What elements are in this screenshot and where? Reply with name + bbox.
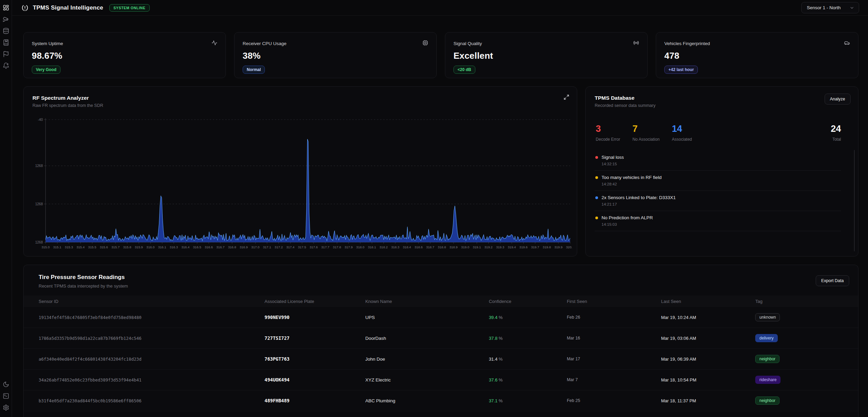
stat-label: System Uptime (32, 41, 63, 46)
stat-card-top: Receiver CPU Usage (243, 40, 428, 47)
spectrum-subtitle: Raw FR spectrum data from the SDR (32, 103, 568, 108)
cell-tag: neighbor (755, 355, 851, 363)
stat-badge: Normal (243, 66, 265, 74)
confidence-value: 37.1 (489, 398, 497, 403)
svg-text:317.5: 317.5 (298, 245, 306, 249)
spectrum-title: RF Spectrum Analyzer (32, 95, 568, 101)
svg-text:316.1: 316.1 (158, 245, 166, 249)
database-panel: TPMS Database Recorded sensor data summa… (585, 86, 858, 256)
db-total-value: 24 (831, 124, 841, 134)
db-stat-label: Associated (672, 137, 692, 142)
sidebar-item-moon[interactable] (2, 381, 9, 388)
cell-tag: unknown (755, 313, 851, 321)
dashboard-grid-icon (3, 4, 9, 12)
expand-button[interactable] (564, 94, 569, 101)
event-item[interactable]: No Prediction from ALPR14:15:03 (595, 211, 841, 231)
cell-last-seen: Mar 18, 11:37 PM (661, 398, 756, 403)
svg-text:1268: 1268 (35, 164, 43, 168)
svg-text:-40: -40 (38, 118, 43, 122)
svg-text:317.8: 317.8 (333, 245, 341, 249)
table-header: Tire Pressure Sensor Readings Recent TPM… (24, 265, 858, 295)
bell-plus-icon (3, 62, 9, 70)
table-row[interactable]: b31f4e05df7a230ad844f5bc0b19586e6ff86506… (24, 390, 858, 411)
cell-tag: rideshare (755, 376, 851, 384)
db-stat: 14Associated (672, 124, 692, 142)
event-head: Signal loss (595, 155, 841, 160)
event-text: Too many vehicles in RF field (601, 175, 662, 180)
stats-row: System Uptime98.67%Very GoodReceiver CPU… (23, 32, 858, 78)
confidence-percent-sign: % (498, 336, 503, 341)
event-head: 2x Sensors Linked to Plate: D333X1 (595, 195, 841, 200)
main-area: TPMS Signal Intelligence SYSTEM ONLINE S… (12, 0, 868, 417)
event-text: No Prediction from ALPR (601, 215, 653, 220)
sidebar-item-dashboard[interactable] (2, 5, 9, 12)
event-item[interactable]: Too many vehicles in RF field14:28:42 (595, 171, 841, 191)
cell-first-seen: Mar 16 (567, 336, 661, 340)
stat-card: Vehicles Fingerprinted478+42 last hour (656, 32, 858, 78)
sidebar-item-database[interactable] (2, 28, 9, 35)
svg-text:317.9: 317.9 (344, 245, 353, 249)
column-header: Associated License Plate (265, 299, 365, 304)
sidebar-item-settings[interactable] (2, 405, 9, 412)
database-subtitle: Recorded sensor data summary (595, 103, 849, 108)
table-body: 19134fef4f58c476805f3ebf84e0fd758ed98480… (24, 307, 858, 411)
svg-text:318.1: 318.1 (368, 245, 376, 249)
event-status-dot (595, 156, 598, 159)
sensor-selector[interactable]: Sensor 1 - North (801, 2, 859, 13)
svg-text:318.8: 318.8 (438, 245, 446, 249)
event-item[interactable]: 2x Sensors Linked to Plate: D333X114:21:… (595, 191, 841, 211)
cell-sensor-id: 1786a5d3357b9d598d1a22ca87b7669fb124c546 (39, 336, 265, 341)
db-stat-value: 3 (596, 124, 620, 134)
status-badge: SYSTEM ONLINE (109, 4, 150, 12)
db-stat: 7No Association (633, 124, 660, 142)
event-item[interactable]: Signal loss14:32:15 (595, 151, 841, 171)
svg-text:315.1: 315.1 (53, 245, 62, 249)
cell-known-name: UPS (365, 315, 489, 320)
column-header: Tag (755, 299, 851, 304)
sidebar-item-book[interactable] (2, 40, 9, 46)
tag-badge: rideshare (755, 376, 781, 384)
table-row[interactable]: 19134fef4f58c476805f3ebf84e0fd758ed98480… (24, 307, 858, 328)
db-stat: 3Decode Error (596, 124, 620, 142)
svg-text:1268: 1268 (35, 202, 43, 206)
flag-icon (3, 51, 9, 58)
svg-text:318.7: 318.7 (426, 245, 434, 249)
svg-text:316.6: 316.6 (205, 245, 213, 249)
svg-text:319.4: 319.4 (508, 245, 516, 249)
cell-sensor-id: 34a26abf74852e06c23fbbed389f3d53f94e4b41 (39, 377, 265, 383)
svg-text:315.7: 315.7 (111, 245, 120, 249)
svg-text:320.0: 320.0 (566, 245, 572, 249)
page-title: TPMS Signal Intelligence (33, 4, 103, 11)
column-header: Last Seen (661, 299, 756, 304)
tag-badge: neighbor (755, 355, 779, 363)
sidebar-item-cctv[interactable] (2, 16, 9, 23)
cpu-icon (422, 40, 428, 47)
stat-card-top: Signal Quality (453, 40, 639, 47)
analyze-button[interactable]: Analyze (825, 94, 851, 105)
svg-text:318.9: 318.9 (449, 245, 458, 249)
stat-card-top: System Uptime (32, 40, 217, 47)
sidebar-item-terminal[interactable] (2, 393, 9, 400)
table-row[interactable]: 34a26abf74852e06c23fbbed389f3d53f94e4b41… (24, 370, 858, 390)
sidebar-item-bellplus[interactable] (2, 63, 9, 70)
export-data-button[interactable]: Export Data (816, 275, 849, 286)
stat-card: Signal QualityExcellent<20 dB (445, 32, 648, 78)
db-stat-label: Decode Error (596, 137, 620, 142)
event-status-dot (595, 196, 598, 199)
svg-text:318.3: 318.3 (391, 245, 399, 249)
cell-known-name: DoorDash (365, 336, 489, 341)
confidence-value: 37.6 (489, 377, 497, 383)
scrollbar[interactable] (854, 150, 855, 251)
column-header: Known Name (365, 299, 489, 304)
table-row[interactable]: a6f340e40ed84f2f4c66801438f43204fc18d23d… (24, 349, 858, 370)
readings-table-card: Tire Pressure Sensor Readings Recent TPM… (23, 265, 858, 417)
tpms-warning-icon (21, 4, 29, 12)
table-row[interactable]: 1786a5d3357b9d598d1a22ca87b7669fb124c546… (24, 328, 858, 349)
event-list: Signal loss14:32:15Too many vehicles in … (595, 151, 849, 231)
cell-last-seen: Mar 19, 10:24 AM (661, 315, 756, 320)
cell-known-name: ABC Plumbing (365, 398, 489, 403)
gear-icon (3, 404, 9, 412)
svg-text:315.6: 315.6 (100, 245, 108, 249)
cell-license-plate: 494UOK494 (265, 377, 365, 383)
sidebar-item-flag[interactable] (2, 51, 9, 58)
